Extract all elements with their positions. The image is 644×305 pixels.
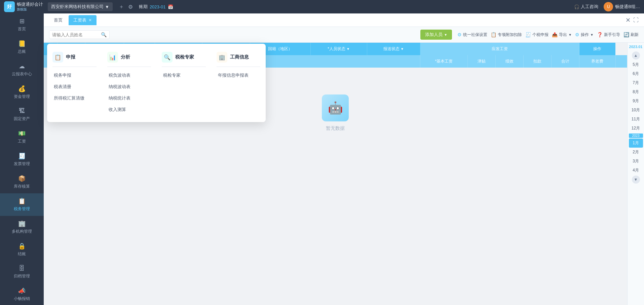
user-name: 畅捷通B组… [615,4,640,10]
toolbar-actions: ⚙ 统一社保设置 📋 专项附加扣除 🧾 个税申报 📤 导出 ▼ ⚙ [457,32,639,38]
right-panel-header: 2023.01 [628,43,644,51]
tab-close-icon[interactable]: ✕ [88,18,92,23]
month-12[interactable]: 12月 [629,124,643,133]
cal-nav-up[interactable]: ▲ [632,51,640,60]
th-performance: 绩效 [496,55,524,68]
th-report-status: 报送状态 ▼ [367,43,420,55]
sidebar-label-assets: 固定资产 [14,116,30,122]
th-base-salary: *基本工资 [420,55,468,68]
chevron-down-icon: ▼ [105,4,109,9]
sidebar-item-close[interactable]: 🔒 结账 [0,238,44,261]
month-9[interactable]: 9月 [629,97,643,106]
headset-icon: 🎧 [574,4,579,9]
sidebar-item-tax[interactable]: 📋 税务管理 [0,193,44,216]
sidebar-label-payroll: 工资 [18,139,26,144]
sidebar-item-archive[interactable]: 🗄 归档管理 [0,261,44,283]
ledger-icon: 📒 [18,40,26,47]
social-security-icon: ⚙ [457,32,462,37]
month-5[interactable]: 5月 [629,60,643,69]
sidebar-item-invoice[interactable]: 🧾 发票管理 [0,148,44,171]
sidebar-item-cloud-report[interactable]: ☁ 云报表中心 [0,59,44,81]
window-close-icon[interactable]: ✕ [626,16,631,24]
month-10[interactable]: 10月 [629,106,643,115]
add-person-button[interactable]: 添加人员 ▼ [420,30,452,40]
guide-btn[interactable]: ❓ 新手引导 [597,32,620,38]
toolbar: 🔍 添加人员 ▼ ⚙ 统一社保设置 📋 专项附加扣除 🧾 个税申报 [44,27,644,43]
assets-icon: 🏗 [19,108,25,115]
cal-nav-down[interactable]: ▼ [632,176,640,184]
sidebar-item-multi-org[interactable]: 🏢 多机构管理 [0,216,44,238]
tax-return-btn[interactable]: 🧾 个税申报 [525,32,548,38]
analysis-header: 📊 分析 [107,49,151,67]
tab-home[interactable]: 首页 [49,15,67,25]
month-2[interactable]: 2月 [629,148,643,157]
menu-tax-burden[interactable]: 税负波动表 [107,70,151,81]
month-3[interactable]: 3月 [629,157,643,166]
operate-btn[interactable]: ⚙ 操作 ▼ [575,32,594,38]
logo: 好 畅捷通好会计 旗舰版 [4,1,44,12]
dropdown-grid: 📋 申报 税务申报 税表清册 所得税汇算清缴 📊 分析 税负波动表 纳税波动表 … [47,44,266,122]
declaration-header: 📋 申报 [52,49,97,67]
tax-return-icon: 🧾 [525,32,531,37]
refresh-btn[interactable]: 🔄 刷新 [623,32,639,38]
menu-tax-dynamic[interactable]: 纳税波动表 [107,81,151,92]
month-4[interactable]: 4月 [629,166,643,175]
sidebar-label-close: 结账 [18,251,26,257]
operate-dropdown-icon: ▼ [590,33,594,37]
company-selector[interactable]: 西安虾米网络科技有限公司 ▼ [48,2,113,11]
sidebar-item-fixed-assets[interactable]: 🏗 固定资产 [0,104,44,126]
menu-income-tax[interactable]: 所得税汇算清缴 [52,92,97,104]
th-operation: 操作 [579,43,615,55]
month-6[interactable]: 6月 [629,69,643,78]
month-7[interactable]: 7月 [629,78,643,87]
tab-payroll[interactable]: 工资表 ✕ [69,15,97,25]
logo-text: 畅捷通好会计 [17,2,43,7]
inventory-icon: 📦 [18,175,26,182]
declaration-icon: 📋 [52,52,63,63]
menu-tax-check[interactable]: 税检专家 [162,70,206,81]
menu-tax-stat[interactable]: 纳税统计表 [107,92,151,104]
month-8[interactable]: 8月 [629,87,643,97]
sidebar-label-promo: 小畅报销 [14,296,30,302]
invoice-icon: 🧾 [18,152,26,160]
special-deduct-label: 专项附加扣除 [498,32,522,38]
sidebar-item-promo[interactable]: 📣 小畅报销 [0,283,44,305]
guide-toolbar-icon: ❓ [597,32,603,37]
menu-income-calc[interactable]: 收入测算 [107,104,151,115]
social-security-btn[interactable]: ⚙ 统一社保设置 [457,32,487,38]
calendar-icon[interactable]: 📅 [168,4,173,9]
top-bar-right: 🎧 人工咨询 U 畅捷通B组… [574,2,640,11]
payroll-icon: 💵 [18,130,26,137]
report-filter-icon: ▼ [401,47,404,51]
tax-expert-header: 🔍 税检专家 [162,49,206,67]
month-11[interactable]: 11月 [629,115,643,124]
export-dropdown-icon: ▼ [568,33,572,37]
menu-tax-declare[interactable]: 税务申报 [52,70,97,81]
fund-icon: 💰 [18,85,26,92]
logo-sub: 旗舰版 [17,7,43,12]
service-button[interactable]: 🎧 人工咨询 [574,4,598,10]
user-info[interactable]: U 畅捷通B组… [604,2,640,11]
sidebar-item-inventory[interactable]: 📦 库存核算 [0,171,44,193]
social-security-label: 统一社保设置 [463,32,487,38]
period-value: 2023-01 [150,4,166,9]
add-icon[interactable]: ＋ [119,3,124,10]
dropdown-col-analysis: 📊 分析 税负波动表 纳税波动表 纳税统计表 收入测算 [102,44,157,122]
search-input[interactable] [52,32,100,37]
menu-annual-report[interactable]: 年报信息申报表 [217,70,261,81]
dropdown-col-biz-info: 🏢 工商信息 年报信息申报表 [211,44,266,122]
settings-icon[interactable]: ⚙ [128,4,133,10]
sidebar-item-ledger[interactable]: 📒 总账 [0,36,44,59]
period-display: 账期 2023-01 📅 [139,4,173,10]
month-1[interactable]: 1月 [629,139,643,148]
biz-info-header: 🏢 工商信息 [217,49,261,67]
special-deduct-btn[interactable]: 📋 专项附加扣除 [491,32,522,38]
menu-tax-table[interactable]: 税表清册 [52,81,97,92]
sidebar-item-payroll[interactable]: 💵 工资 [0,126,44,148]
window-fullscreen-icon[interactable]: ⛶ [633,17,639,23]
sidebar-item-fund[interactable]: 💰 资金管理 [0,81,44,104]
export-btn[interactable]: 📤 导出 ▼ [552,32,572,38]
search-icon[interactable]: 🔍 [101,32,107,37]
th-salary-group: 应发工资 [420,43,579,55]
sidebar-item-home[interactable]: ⊞ 首页 [0,13,44,36]
